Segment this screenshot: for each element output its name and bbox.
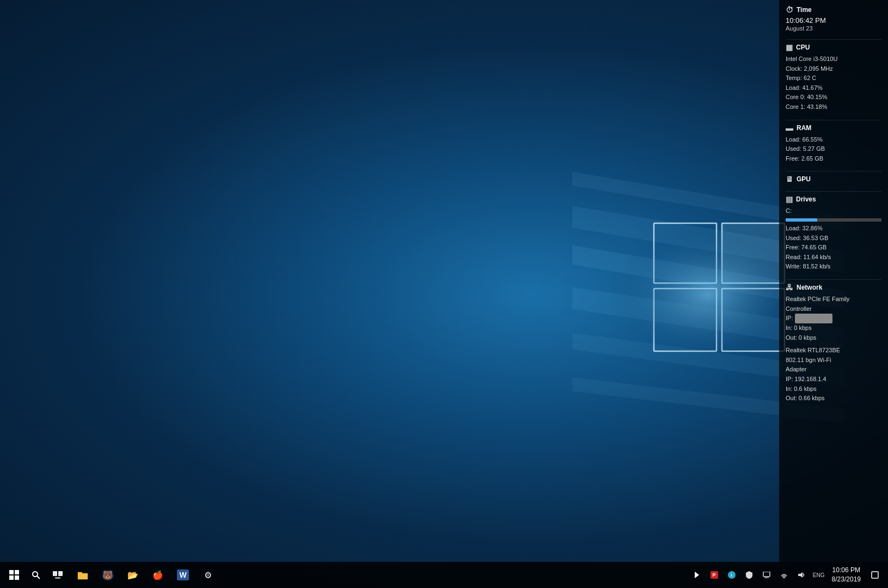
drive-used: Used: 36.53 GB: [786, 234, 881, 243]
gpu-section: 🖥 GPU: [786, 175, 881, 183]
adapter2-ip-label: IP:: [786, 376, 793, 382]
svg-line-16: [37, 576, 40, 579]
clock-time: 10:06 PM: [832, 566, 860, 575]
adapter2-name3: Adapter: [786, 365, 881, 375]
drives-section: ▤ Drives C: Load: 32.86% Used: 36.53 GB …: [786, 195, 881, 272]
svg-point-23: [783, 577, 785, 579]
time-value: 10:06:42 PM: [786, 16, 881, 24]
taskbar-icon-settings[interactable]: ⚙: [196, 563, 220, 587]
drive-letter: C:: [786, 206, 881, 216]
drives-label: Drives: [796, 195, 816, 203]
taskbar-icon-app3[interactable]: 🍎: [146, 563, 170, 587]
tray-show-hidden[interactable]: [689, 563, 705, 587]
cpu-section: ▦ CPU Intel Core i3-5010U Clock: 2,095 M…: [786, 43, 881, 112]
taskbar-icon-app2[interactable]: 📂: [121, 563, 145, 587]
drive-free: Free: 74.65 GB: [786, 243, 881, 253]
svg-rect-22: [764, 577, 769, 578]
cpu-load: Load: 41.67%: [786, 83, 881, 93]
ram-section: ▬ RAM Load: 66.55% Used: 5.27 GB Free: 2…: [786, 124, 881, 164]
adapter2-ip-value: 192.168.1.4: [795, 376, 826, 382]
adapter2-out: Out: 0.66 kbps: [786, 394, 881, 403]
svg-marker-20: [695, 572, 699, 578]
ram-icon: ▬: [786, 124, 793, 132]
task-view-button[interactable]: [46, 563, 70, 587]
taskbar: 🐻 📂 🍎 W ⚙ P i: [0, 562, 888, 588]
tray-icon-red[interactable]: P: [707, 563, 722, 587]
clock-date: 8/23/2019: [832, 575, 861, 584]
tray-icon-app[interactable]: i: [724, 563, 739, 587]
taskbar-icon-app1[interactable]: 🐻: [96, 563, 120, 587]
adapter1-ip: IP: 192.168.1.100: [786, 314, 881, 323]
adapter1-out: Out: 0 kbps: [786, 333, 881, 343]
adapter1-ip-label: IP:: [786, 315, 793, 321]
svg-rect-12: [15, 570, 19, 574]
tray-icon-volume[interactable]: [794, 563, 809, 587]
cpu-clock: Clock: 2,095 MHz: [786, 64, 881, 74]
network-section: 🖧 Network Realtek PCIe FE Family Control…: [786, 283, 881, 403]
adapter1-name: Realtek PCIe FE Family: [786, 295, 881, 304]
adapter2-in: In: 0.6 kbps: [786, 384, 881, 394]
svg-rect-18: [58, 571, 63, 576]
desktop-background: [0, 0, 888, 588]
svg-rect-21: [763, 572, 770, 577]
adapter1-ip-value: 192.168.1.100: [795, 314, 833, 323]
svg-rect-25: [872, 572, 878, 578]
tray-icon-keyboard[interactable]: ENG: [811, 563, 826, 587]
ram-load: Load: 66.55%: [786, 135, 881, 145]
system-clock[interactable]: 10:06 PM 8/23/2019: [828, 563, 865, 587]
cpu-icon: ▦: [786, 43, 793, 52]
drive-load: Load: 32.86%: [786, 224, 881, 234]
search-button[interactable]: [27, 563, 45, 587]
network-icon: 🖧: [786, 283, 793, 292]
cpu-model: Intel Core i3-5010U: [786, 54, 881, 64]
adapter1-in: In: 0 kbps: [786, 323, 881, 333]
cpu-label: CPU: [796, 44, 810, 51]
drive-read: Read: 11.64 kb/s: [786, 253, 881, 262]
ram-used: Used: 5.27 GB: [786, 144, 881, 154]
taskbar-left: 🐻 📂 🍎 W ⚙: [0, 563, 220, 587]
start-button[interactable]: [2, 563, 26, 587]
time-date: August 23: [786, 25, 881, 32]
tray-icon-network[interactable]: [776, 563, 792, 587]
svg-rect-14: [15, 575, 19, 580]
svg-rect-13: [9, 575, 14, 580]
cpu-core0: Core 0: 40.15%: [786, 93, 881, 102]
svg-point-10: [610, 229, 806, 359]
adapter2-ip: IP: 192.168.1.4: [786, 375, 881, 384]
tray-icon-drive[interactable]: [759, 563, 774, 587]
time-section: ⏱ Time 10:06:42 PM August 23: [786, 5, 881, 32]
notification-button[interactable]: [866, 563, 884, 587]
adapter2-name: Realtek RTL8723BE: [786, 346, 881, 356]
system-monitor-panel: ⏱ Time 10:06:42 PM August 23 ▦ CPU Intel…: [779, 0, 888, 562]
taskbar-icon-app4[interactable]: W: [171, 563, 195, 587]
drives-icon: ▤: [786, 195, 793, 204]
tray-icon-shield[interactable]: [742, 563, 757, 587]
tray-icons: P i: [689, 562, 826, 588]
adapter1-name2: Controller: [786, 304, 881, 314]
svg-marker-24: [798, 572, 803, 578]
svg-point-15: [33, 572, 38, 577]
gpu-icon: 🖥: [786, 175, 793, 183]
network-label: Network: [797, 284, 822, 291]
taskbar-icon-fileexplorer[interactable]: [71, 563, 95, 587]
cpu-core1: Core 1: 43.18%: [786, 102, 881, 112]
taskbar-right: P i: [689, 562, 888, 588]
svg-rect-19: [55, 577, 60, 579]
adapter2-name2: 802.11 bgn Wi-Fi: [786, 356, 881, 365]
drive-bar-fill: [786, 218, 817, 222]
drive-write: Write: 81.52 kb/s: [786, 262, 881, 272]
ram-free: Free: 2.65 GB: [786, 154, 881, 164]
ram-label: RAM: [797, 124, 811, 132]
drive-bar-container: [786, 218, 881, 222]
gpu-label: GPU: [797, 175, 811, 183]
svg-rect-11: [9, 570, 14, 574]
time-icon: ⏱: [786, 5, 793, 14]
svg-rect-17: [53, 571, 57, 576]
time-label: Time: [797, 6, 812, 14]
cpu-temp: Temp: 62 C: [786, 74, 881, 83]
